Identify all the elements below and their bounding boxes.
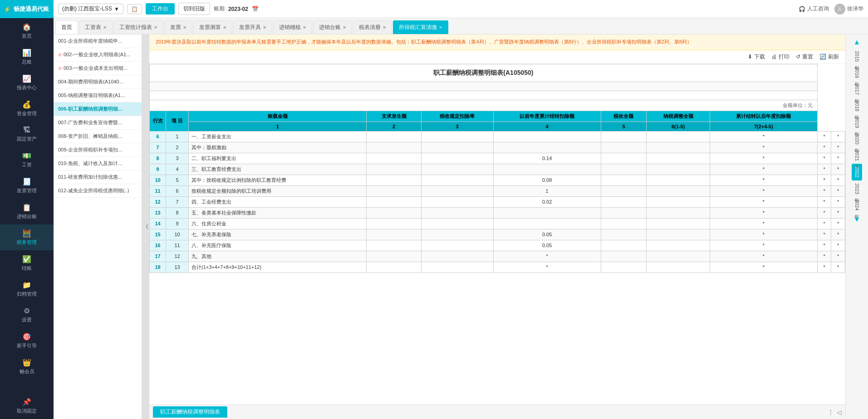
refresh-button[interactable]: 🔄 刷新 [819, 53, 839, 61]
year-item-2017年[interactable]: 2017年 [852, 81, 862, 97]
c3-cell[interactable]: 0.05 [493, 240, 601, 251]
c5-cell[interactable] [647, 185, 710, 196]
year-item-2022年[interactable]: 2022年 [852, 164, 862, 180]
support-btn[interactable]: 🎧 人工咨询 [799, 5, 829, 13]
sidebar-item-进销台账[interactable]: 📋进销台账 [0, 199, 54, 224]
company-selector[interactable]: (勿删) 江西股宝-LSS ▼ [58, 4, 123, 14]
c1-cell[interactable] [367, 175, 421, 185]
year-item-2016年[interactable]: 2016年 [852, 64, 862, 81]
c2-cell[interactable] [421, 164, 493, 175]
c1-cell[interactable] [367, 142, 421, 153]
c1-cell[interactable] [367, 240, 421, 251]
c6-cell[interactable]: * [710, 164, 817, 175]
tab-0[interactable]: 首页 [55, 20, 78, 34]
c3-cell[interactable]: 0.14 [493, 153, 601, 164]
c3-cell[interactable] [493, 131, 601, 142]
c3-cell[interactable]: 0.05 [493, 229, 601, 240]
tab-close-6[interactable]: ✕ [303, 25, 306, 30]
c3-cell[interactable]: * [493, 262, 601, 273]
c3-cell[interactable] [493, 142, 601, 153]
c4-cell[interactable] [601, 262, 647, 273]
c6-cell[interactable]: * [710, 240, 817, 251]
c7-cell[interactable]: * [817, 175, 831, 185]
year-item-2015年[interactable]: 2015年 [852, 48, 862, 64]
year-item-2020年[interactable]: 2020年 [852, 131, 862, 147]
c4-cell[interactable] [601, 153, 647, 164]
bottom-scroll-icon[interactable]: ◁ [837, 409, 842, 416]
c4-cell[interactable] [601, 196, 647, 207]
tab-9[interactable]: 所得税汇算清缴✕ [393, 20, 448, 34]
c6-cell[interactable]: * [710, 142, 817, 153]
c7-cell[interactable]: * [817, 207, 831, 218]
doc-item-009[interactable]: 009-企业所得税职补专项扣... [54, 143, 142, 157]
c2-cell[interactable] [421, 175, 493, 185]
panel-collapse-toggle[interactable]: 《 [142, 34, 149, 419]
doc-item-008[interactable]: 008-资产折旧、摊销及纳税... [54, 130, 142, 143]
reset-button[interactable]: ↺ 重置 [796, 53, 813, 61]
c6-cell[interactable]: * [710, 175, 817, 185]
sidebar-item-新手引导[interactable]: 🎯新手引导 [0, 328, 54, 354]
c2-cell[interactable] [421, 142, 493, 153]
c1-cell[interactable] [367, 251, 421, 262]
c6-cell[interactable]: * [710, 218, 817, 229]
year-item-2024年[interactable]: 2024年 [852, 197, 862, 213]
c5-cell[interactable] [647, 262, 710, 273]
c5-cell[interactable] [647, 240, 710, 251]
year-down-nav[interactable]: ▼ [852, 214, 863, 225]
sidebar-item-工资[interactable]: 💵工资 [0, 147, 54, 173]
c1-cell[interactable] [367, 153, 421, 164]
c7-cell[interactable]: * [817, 218, 831, 229]
c2-cell[interactable] [421, 185, 493, 196]
c5-cell[interactable] [647, 175, 710, 185]
tab-close-7[interactable]: ✕ [343, 25, 346, 30]
c1-cell[interactable] [367, 131, 421, 142]
sidebar-item-税务管理[interactable]: 🧮税务管理 [0, 224, 54, 250]
c3-cell[interactable]: 0.08 [493, 175, 601, 185]
c2-cell[interactable] [421, 131, 493, 142]
tab-close-5[interactable]: ✕ [263, 25, 266, 30]
c6-cell[interactable]: * [710, 196, 817, 207]
sidebar-cancel-fixed[interactable]: 📌 取消固定 [0, 393, 54, 419]
c1-cell[interactable] [367, 262, 421, 273]
c6-cell[interactable]: * [710, 153, 817, 164]
c3-cell[interactable] [493, 164, 601, 175]
c6-cell[interactable]: * [710, 185, 817, 196]
c5-cell[interactable] [647, 142, 710, 153]
tab-close-1[interactable]: ✕ [103, 25, 107, 30]
c4-cell[interactable] [601, 207, 647, 218]
sidebar-item-发票管理[interactable]: 🧾发票管理 [0, 173, 54, 199]
doc-item-007[interactable]: 007-广告费和业务宣传费暨... [54, 116, 142, 130]
tab-close-4[interactable]: ✕ [223, 25, 226, 30]
c1-cell[interactable] [367, 164, 421, 175]
sidebar-item-资金管理[interactable]: 💰资金管理 [0, 96, 54, 122]
doc-item-005[interactable]: 005-纳税调整项目明细表(A1... [54, 89, 142, 102]
c4-cell[interactable] [601, 240, 647, 251]
c8-cell[interactable]: * [831, 207, 845, 218]
sidebar-item-畅会员[interactable]: 👑畅会员 [0, 354, 54, 380]
doc-item-004[interactable]: 004-期间费用明细表(A1040... [54, 75, 142, 89]
c8-cell[interactable]: * [831, 131, 845, 142]
doc-item-002[interactable]: ⊘002-一般企业收入明细表(A1... [54, 48, 142, 62]
c2-cell[interactable] [421, 240, 493, 251]
c2-cell[interactable] [421, 262, 493, 273]
tab-6[interactable]: 进销稽核✕ [273, 20, 312, 34]
bottom-menu-icon[interactable]: ⋮ [828, 409, 834, 416]
year-item-2021年[interactable]: 2021年 [852, 147, 862, 164]
year-item-2019年[interactable]: 2019年 [852, 114, 862, 131]
calendar-icon[interactable]: 📅 [252, 6, 259, 12]
c6-cell[interactable]: * [710, 251, 817, 262]
c7-cell[interactable]: * [817, 196, 831, 207]
doc-item-012[interactable]: 012-减免企业所得税优惠明细(..) [54, 184, 142, 198]
c6-cell[interactable]: * [710, 207, 817, 218]
c8-cell[interactable]: * [831, 164, 845, 175]
year-item-2023年[interactable]: 2023年 [852, 180, 862, 197]
sidebar-item-设置[interactable]: ⚙设置 [0, 302, 54, 328]
c4-cell[interactable] [601, 164, 647, 175]
c7-cell[interactable]: * [817, 164, 831, 175]
tab-3[interactable]: 发票✕ [164, 20, 192, 34]
c8-cell[interactable]: * [831, 229, 845, 240]
c7-cell[interactable]: * [817, 185, 831, 196]
c7-cell[interactable]: * [817, 251, 831, 262]
c4-cell[interactable] [601, 229, 647, 240]
year-item-2018年[interactable]: 2018年 [852, 97, 862, 114]
